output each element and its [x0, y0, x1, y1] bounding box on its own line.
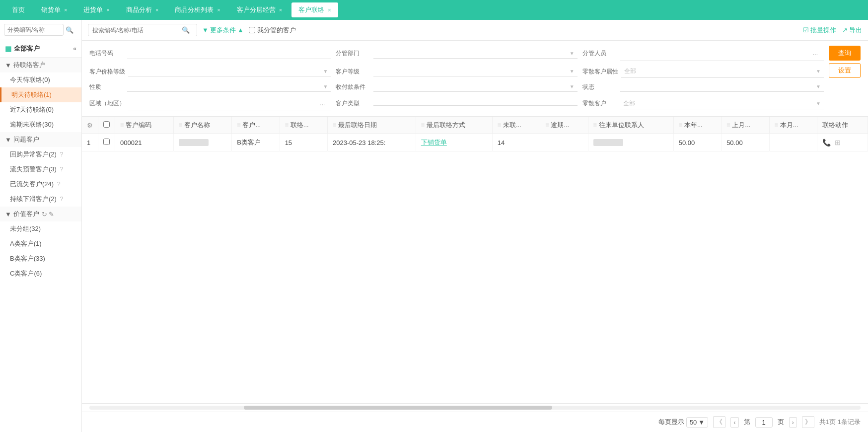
sidebar-7day-contact[interactable]: 近7天待联络(0) [0, 102, 81, 117]
th-customer-type[interactable]: 客户... [232, 117, 280, 134]
th-contact-count[interactable]: 联络... [280, 117, 327, 134]
page-number-input[interactable] [755, 417, 773, 428]
sidebar-today-contact[interactable]: 今天待联络(0) [0, 72, 81, 87]
action-icons: 📞 ⊞ [822, 139, 863, 146]
customer-type-label: 客户类型 [336, 99, 370, 108]
batch-op-button[interactable]: ☑ 批量操作 [803, 26, 836, 35]
close-sales-order-icon[interactable]: × [64, 7, 67, 13]
td-code: 000021 [115, 134, 174, 151]
phone-input[interactable] [127, 48, 331, 59]
close-product-analysis-list-icon[interactable]: × [217, 7, 220, 13]
select-all-checkbox[interactable] [103, 121, 110, 128]
export-button[interactable]: ↗ 导出 [842, 26, 862, 35]
prev-page-button[interactable]: ‹ [730, 417, 738, 428]
th-unit-contact[interactable]: 往来单位联系人 [588, 117, 673, 134]
th-last-contact-date[interactable]: 最后联络日期 [328, 117, 416, 134]
top-navigation: 首页 销货单 × 进货单 × 商品分析 × 商品分析列表 × 客户分层经营 × … [0, 0, 868, 20]
nav-product-analysis-list[interactable]: 商品分析列表 × [168, 2, 227, 17]
search-icon[interactable]: 🔍 [182, 26, 190, 34]
nav-home[interactable]: 首页 [5, 2, 32, 17]
chevron-down-icon: ▼ [816, 101, 821, 106]
customer-table: ⚙ 客户编码 客户名称 客户... 联络... 最后联络日期 最后联络方式 未联… [82, 117, 868, 151]
th-last-month[interactable]: 上月... [722, 117, 769, 134]
my-customers-checkbox[interactable] [249, 27, 255, 33]
sidebar-all-customers[interactable]: ▦ 全部客户 « [0, 40, 81, 58]
sidebar-ungrouped[interactable]: 未分组(32) [0, 221, 81, 236]
td-this-year: 50.00 [673, 134, 721, 151]
settings-icon[interactable]: ⚙ [87, 122, 93, 129]
first-page-button[interactable]: 《 [713, 416, 725, 428]
next-page-button[interactable]: › [789, 417, 797, 428]
th-this-year[interactable]: 本年... [673, 117, 721, 134]
sidebar-search-input[interactable] [4, 24, 64, 36]
price-level-label: 客户价格等级 [89, 68, 125, 76]
th-last-contact-way[interactable]: 最后联络方式 [416, 117, 492, 134]
filter-more-button[interactable]: ▼ 更多条件 ▲ [202, 26, 244, 35]
close-purchase-order-icon[interactable]: × [106, 7, 109, 13]
chevron-down-icon: ▼ [570, 69, 575, 74]
sidebar-overdue-contact[interactable]: 逾期未联络(30) [0, 117, 81, 132]
th-overdue[interactable]: 逾期... [540, 117, 588, 134]
triangle-down-icon: ▼ [5, 62, 11, 69]
filter-retail-attr: 零散客户属性 全部 ▼ [582, 65, 824, 78]
retail-attr-select[interactable]: 全部 ▼ [621, 65, 824, 78]
set-button[interactable]: 设置 [829, 63, 861, 78]
td-this-month [769, 134, 817, 151]
region-more-btn[interactable]: ... [317, 98, 328, 109]
row-checkbox[interactable] [103, 139, 110, 145]
nav-customer-tier[interactable]: 客户分层经营 × [230, 2, 289, 17]
sidebar-a-type[interactable]: A类客户(1) [0, 236, 81, 251]
nature-label: 性质 [89, 83, 124, 91]
page-size-box[interactable]: 50 ▼ [686, 417, 708, 428]
nav-customer-contact[interactable]: 客户联络 × [291, 2, 338, 17]
filter-actions: 查询 设置 [829, 46, 861, 111]
nav-sales-order[interactable]: 销货单 × [34, 2, 74, 17]
manager-select[interactable]: ... [620, 46, 824, 61]
more-options-btn[interactable]: ... [810, 48, 821, 59]
region-select[interactable]: ... [128, 96, 331, 111]
page-size-arrow-icon: ▼ [698, 419, 705, 426]
customer-type-select[interactable] [373, 101, 577, 106]
search-input[interactable] [92, 27, 182, 34]
refresh-icon[interactable]: ↻ [42, 211, 47, 218]
retail-customer-select[interactable]: 全部 ▼ [620, 97, 824, 110]
th-settings[interactable]: ⚙ [82, 117, 98, 134]
customer-name-blurred [179, 139, 209, 146]
price-level-select[interactable]: ▼ [128, 67, 331, 76]
sidebar-search-icon[interactable]: 🔍 [66, 26, 73, 34]
nav-purchase-order[interactable]: 进货单 × [76, 2, 116, 17]
sidebar-b-type[interactable]: B类客户(33) [0, 251, 81, 266]
dept-select[interactable]: ▼ [373, 49, 577, 59]
last-way-link[interactable]: 下销货单 [421, 139, 447, 146]
my-customers-checkbox-label[interactable]: 我分管的客户 [249, 26, 296, 35]
edit-icon[interactable]: ✎ [49, 211, 54, 218]
scrollbar-thumb[interactable] [244, 406, 552, 410]
th-customer-name[interactable]: 客户名称 [173, 117, 232, 134]
collapse-icon: « [73, 45, 76, 52]
filter-nature: 性质 ▼ [89, 82, 331, 92]
nav-product-analysis[interactable]: 商品分析 × [119, 2, 165, 17]
nature-select[interactable]: ▼ [127, 82, 331, 92]
close-product-analysis-icon[interactable]: × [155, 7, 158, 13]
sidebar-declining[interactable]: 持续下滑客户(2) ? [0, 192, 81, 207]
th-customer-code[interactable]: 客户编码 [115, 117, 174, 134]
customer-level-select[interactable]: ▼ [373, 67, 577, 76]
close-customer-contact-icon[interactable]: × [328, 7, 331, 13]
last-page-button[interactable]: 》 [802, 416, 814, 428]
sidebar-churned[interactable]: 已流失客户(24) ? [0, 177, 81, 192]
sidebar-churn-warning[interactable]: 流失预警客户(3) ? [0, 162, 81, 177]
close-customer-tier-icon[interactable]: × [279, 7, 282, 13]
sidebar-tomorrow-contact[interactable]: 明天待联络(1) [0, 87, 81, 102]
chevron-up-icon: ▲ [237, 26, 244, 34]
grid-action-icon[interactable]: ⊞ [835, 139, 841, 146]
phone-action-icon[interactable]: 📞 [822, 139, 831, 146]
status-select[interactable]: ▼ [620, 82, 824, 92]
question-icon: ? [57, 180, 60, 188]
th-uncontact[interactable]: 未联... [492, 117, 540, 134]
sidebar-c-type[interactable]: C类客户(6) [0, 266, 81, 281]
filter-price-level: 客户价格等级 ▼ [89, 67, 331, 76]
th-this-month[interactable]: 本月... [769, 117, 817, 134]
sidebar-repurchase-abnormal[interactable]: 回购异常客户(2) ? [0, 147, 81, 162]
payment-select[interactable]: ▼ [373, 82, 577, 92]
query-button[interactable]: 查询 [829, 46, 861, 61]
